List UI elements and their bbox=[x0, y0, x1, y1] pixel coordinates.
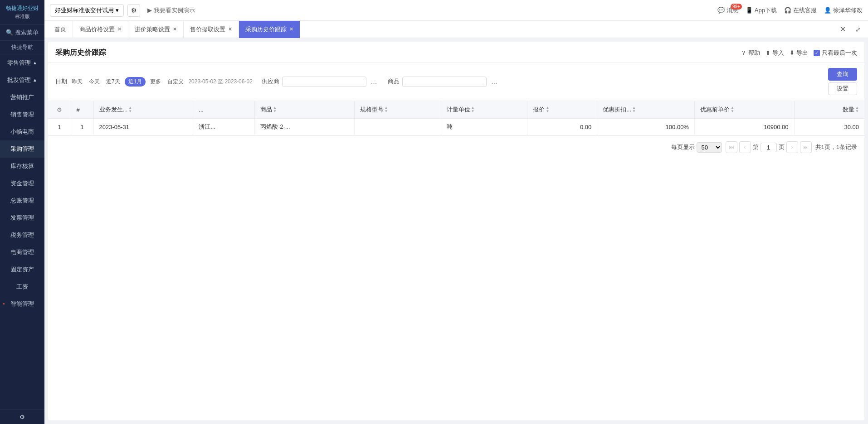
col-spec[interactable]: 规格型号 ▲▼ bbox=[354, 101, 441, 119]
row-qty: 30.00 bbox=[794, 119, 864, 135]
tab-close-price[interactable]: ✕ bbox=[117, 26, 122, 32]
sidebar-item-ecommerce-small[interactable]: 小畅电商 bbox=[0, 123, 44, 140]
sidebar-item-label: 营销推广 bbox=[10, 93, 34, 101]
sort-icon: ▲▼ bbox=[855, 106, 859, 113]
query-button[interactable]: 查询 bbox=[828, 68, 857, 81]
page-actions: ？ 帮助 ⬆ 导入 ⬇ 导出 ✓ 只看最后一次 bbox=[741, 49, 857, 57]
sort-icon: ▲▼ bbox=[471, 106, 475, 113]
supplier-input-wrap bbox=[282, 77, 366, 87]
supplier-input[interactable] bbox=[286, 78, 362, 85]
sidebar-item-payroll[interactable]: 工资 bbox=[0, 278, 44, 295]
page-size-select[interactable]: 50 100 200 bbox=[697, 142, 722, 153]
page-first-button[interactable]: ⏮ bbox=[726, 141, 737, 153]
date-range-text: 2023-05-02 至 2023-06-02 bbox=[188, 78, 252, 86]
page-number-input[interactable] bbox=[761, 143, 777, 152]
sort-icon: ▲▼ bbox=[632, 106, 636, 113]
chevron-down-icon: ▾ bbox=[116, 7, 119, 14]
date-opt-more[interactable]: 更多 bbox=[148, 77, 163, 87]
sidebar-item-invoice[interactable]: 发票管理 bbox=[0, 209, 44, 226]
topbar-gear-button[interactable]: ⚙ bbox=[127, 4, 140, 17]
col-more[interactable]: ... bbox=[193, 101, 255, 119]
date-opt-yesterday[interactable]: 昨天 bbox=[70, 77, 84, 87]
sidebar-item-label: 智能管理 bbox=[10, 300, 34, 308]
page-next-button[interactable]: › bbox=[786, 141, 798, 153]
goods-more-button[interactable]: ... bbox=[489, 77, 499, 86]
tabbar-expand-button[interactable]: ⤢ bbox=[852, 23, 864, 36]
edition-selector[interactable]: 好业财标准版交付试用 ▾ bbox=[50, 4, 124, 17]
tab-close-history-price[interactable]: ✕ bbox=[289, 26, 293, 32]
sidebar-quicknav[interactable]: 快捷导航 bbox=[0, 41, 44, 54]
row-date: 2023-05-31 bbox=[93, 119, 193, 135]
col-date[interactable]: 业务发生... ▲▼ bbox=[93, 101, 193, 119]
col-price[interactable]: 报价 ▲▼ bbox=[527, 101, 597, 119]
chevron-up-icon: ▲ bbox=[33, 77, 37, 82]
setting-button[interactable]: 设置 bbox=[828, 82, 857, 95]
topbar: 好业财标准版交付试用 ▾ ⚙ ▶ 我要看实例演示 💬 消息 99+ 📱 App下… bbox=[44, 0, 868, 21]
gear-icon: ⚙ bbox=[131, 7, 137, 14]
col-unit[interactable]: 计量单位 ▲▼ bbox=[441, 101, 527, 119]
import-button[interactable]: ⬆ 导入 bbox=[766, 49, 784, 57]
tab-home[interactable]: 首页 bbox=[48, 21, 73, 38]
col-discount[interactable]: 优惠折扣... ▲▼ bbox=[597, 101, 695, 119]
col-qty[interactable]: 数量 ▲▼ bbox=[795, 101, 864, 118]
page-unit: 页 bbox=[779, 143, 785, 151]
online-service-button[interactable]: 🎧 在线客服 bbox=[784, 6, 817, 14]
tab-purchase-strategy[interactable]: 进价策略设置 ✕ bbox=[128, 21, 184, 38]
sidebar-item-smart[interactable]: ● 智能管理 bbox=[0, 295, 44, 313]
question-icon: ？ bbox=[741, 49, 746, 57]
sidebar-item-ecommerce[interactable]: 电商管理 bbox=[0, 244, 44, 261]
help-button[interactable]: ？ 帮助 bbox=[741, 49, 760, 57]
sidebar-item-label: 固定资产 bbox=[10, 265, 34, 274]
sidebar-item-purchase[interactable]: 采购管理 bbox=[0, 140, 44, 158]
gear-col-icon: ⚙ bbox=[57, 106, 62, 113]
row-index: 1 bbox=[71, 119, 93, 135]
sidebar-item-assets[interactable]: 固定资产 bbox=[0, 261, 44, 278]
sidebar-item-finance[interactable]: 资金管理 bbox=[0, 175, 44, 192]
table-body: 1 1 2023-05-31 浙江... 丙烯酸-2-... 吨 0.00 10… bbox=[48, 119, 864, 135]
date-opt-today[interactable]: 今天 bbox=[87, 77, 102, 87]
app-download-button[interactable]: 📱 App下载 bbox=[746, 6, 777, 14]
dot-indicator: ● bbox=[3, 302, 5, 306]
sidebar-item-label: 工资 bbox=[16, 283, 28, 291]
col-pre-price[interactable]: 优惠前单价 ▲▼ bbox=[694, 101, 794, 119]
date-options: 昨天 今天 近7天 近1月 更多 自定义 bbox=[70, 77, 185, 87]
tab-price[interactable]: 商品价格设置 ✕ bbox=[73, 21, 128, 38]
message-button[interactable]: 💬 消息 99+ bbox=[717, 6, 738, 14]
col-gear[interactable]: ⚙ bbox=[48, 101, 71, 119]
pagination: 每页显示 50 100 200 ⏮ ‹ 第 页 › ⏭ 共1页，1条记录 bbox=[48, 135, 864, 159]
goods-filter-group: 商品 ... bbox=[388, 77, 499, 87]
sidebar-search[interactable]: 🔍 搜索菜单 bbox=[0, 25, 44, 41]
chevron-up-icon: ▲ bbox=[33, 60, 37, 65]
goods-input[interactable] bbox=[406, 78, 483, 85]
page-nav: ⏮ ‹ 第 页 › ⏭ bbox=[726, 141, 812, 153]
sidebar-item-label: 税务管理 bbox=[10, 231, 34, 239]
tab-close-purchase-strategy[interactable]: ✕ bbox=[173, 26, 177, 32]
sort-icon: ▲▼ bbox=[546, 106, 549, 113]
last-only-checkbox[interactable]: ✓ 只看最后一次 bbox=[814, 49, 857, 57]
content-area: 采购历史价跟踪 ？ 帮助 ⬆ 导入 ⬇ 导出 ✓ 只看最后一次 bbox=[48, 42, 864, 420]
demo-button[interactable]: ▶ 我要看实例演示 bbox=[147, 6, 195, 14]
sidebar-item-inventory[interactable]: 库存核算 bbox=[0, 158, 44, 175]
sidebar-item-sales[interactable]: 销售管理 bbox=[0, 106, 44, 123]
tab-sale-price[interactable]: 售价提取设置 ✕ bbox=[184, 21, 239, 38]
page-prev-button[interactable]: ‹ bbox=[739, 141, 751, 153]
supplier-more-button[interactable]: ... bbox=[369, 77, 379, 86]
page-last-button[interactable]: ⏭ bbox=[800, 141, 812, 153]
col-goods[interactable]: 商品 ▲▼ bbox=[254, 101, 354, 119]
sidebar-item-marketing[interactable]: 营销推广 bbox=[0, 89, 44, 106]
date-opt-custom[interactable]: 自定义 bbox=[166, 77, 185, 87]
user-profile-button[interactable]: 👤 徐泽华修改 bbox=[824, 6, 863, 14]
date-opt-last7[interactable]: 近7天 bbox=[104, 77, 122, 87]
tabbar-close-button[interactable]: ✕ bbox=[836, 23, 849, 36]
sidebar-item-ledger[interactable]: 总账管理 bbox=[0, 192, 44, 209]
sidebar-item-tax[interactable]: 税务管理 bbox=[0, 226, 44, 244]
date-opt-last1month[interactable]: 近1月 bbox=[125, 77, 146, 87]
tab-history-price[interactable]: 采购历史价跟踪 ✕ bbox=[239, 21, 300, 38]
sidebar-gear[interactable]: ⚙ bbox=[0, 410, 44, 424]
tab-close-sale-price[interactable]: ✕ bbox=[228, 26, 232, 32]
sidebar-item-retail[interactable]: 零售管理 ▲ bbox=[0, 54, 44, 72]
row-discount: 100.00% bbox=[597, 119, 695, 135]
row-pre-price: 10900.00 bbox=[694, 119, 794, 135]
sidebar-item-wholesale[interactable]: 批发管理 ▲ bbox=[0, 72, 44, 89]
export-button[interactable]: ⬇ 导出 bbox=[790, 49, 808, 57]
